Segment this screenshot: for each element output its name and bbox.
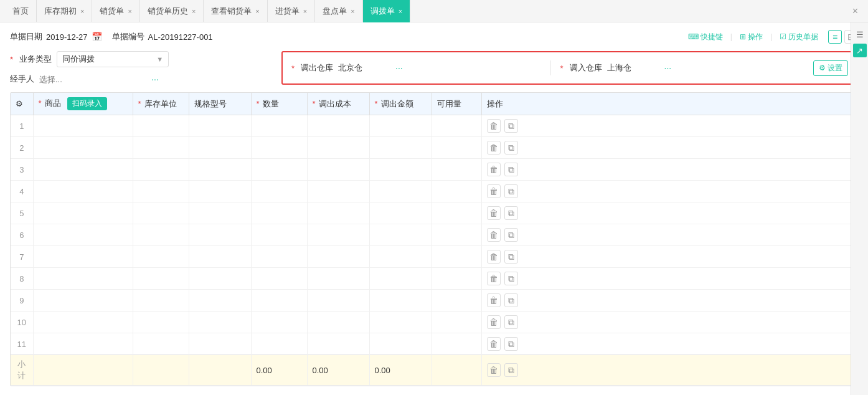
copy-button[interactable]: ⧉ [504,250,518,264]
sidebar-list-icon[interactable]: ☰ [853,27,867,41]
row-amount [369,246,432,268]
row-amount [369,290,432,312]
row-goods[interactable] [33,312,133,333]
warehouse-out-more-button[interactable]: ··· [393,63,405,73]
row-cost [307,137,369,159]
tab-purchase-order-close[interactable]: × [303,7,307,15]
settings-col-icon[interactable]: ⚙ [16,99,23,108]
copy-button[interactable]: ⧉ [504,228,518,242]
copy-button[interactable]: ⧉ [504,119,518,133]
tab-sales-order[interactable]: 销货单 × [92,0,139,22]
history-icon: ☑ [780,32,786,41]
row-number: 11 [11,333,33,355]
operations-button[interactable]: ⊞ 操作 [740,32,763,42]
delete-button[interactable]: 🗑 [487,250,501,264]
row-qty [251,159,307,181]
history-button[interactable]: ☑ 历史单据 [780,32,818,42]
table-row: 10 🗑 ⧉ [11,312,857,333]
delete-button[interactable]: 🗑 [487,141,501,155]
row-number: 5 [11,202,33,224]
doc-number-label: 单据编号 [112,31,144,42]
tab-transfer-close[interactable]: × [399,7,402,15]
warehouse-in-label: 调入仓库 [570,62,602,74]
doc-number-field: 单据编号 AL-20191227-001 [112,31,213,42]
row-amount [369,312,432,333]
tab-sales-history-close[interactable]: × [192,7,196,15]
row-cost [307,268,369,290]
copy-button[interactable]: ⧉ [504,206,518,220]
delete-button[interactable]: 🗑 [487,163,501,176]
tab-home-label: 首页 [12,6,29,17]
delete-button[interactable]: 🗑 [487,315,501,329]
delete-button[interactable]: 🗑 [487,293,501,307]
row-cost [307,159,369,181]
delete-button[interactable]: 🗑 [487,206,501,220]
scan-button[interactable]: 扫码录入 [67,97,107,110]
shortcut-button[interactable]: ⌨ 快捷键 [688,32,723,42]
delete-button[interactable]: 🗑 [487,337,501,351]
row-number: 1 [11,115,33,137]
row-number: 10 [11,312,33,333]
sidebar-expand-icon[interactable]: ↗ [853,44,867,57]
row-amount [369,268,432,290]
calendar-icon[interactable]: 📅 [92,32,102,42]
header-right: ⌨ 快捷键 | ⊞ 操作 | ☑ 历史单据 ≡ ⊞ [688,30,858,44]
copy-button[interactable]: ⧉ [504,184,518,198]
row-unit [133,224,189,246]
subtotal-row: 小计 0.00 0.00 0.00 🗑 ⧉ [11,355,857,386]
copy-button[interactable]: ⧉ [504,272,518,285]
layout-list-button[interactable]: ≡ [828,30,842,44]
row-available [432,159,481,181]
row-unit [133,181,189,202]
tab-transfer[interactable]: 调拨单 × [363,0,410,22]
copy-button[interactable]: ⧉ [504,337,518,351]
tab-home[interactable]: 首页 [5,0,37,22]
row-available [432,246,481,268]
row-spec [189,115,251,137]
row-goods[interactable] [33,137,133,159]
handler-input[interactable] [39,75,144,84]
row-goods[interactable] [33,246,133,268]
row-goods[interactable] [33,202,133,224]
subtotal-unit [133,355,189,386]
row-number: 6 [11,224,33,246]
row-cost [307,290,369,312]
delete-button[interactable]: 🗑 [487,272,501,285]
tab-stocktake[interactable]: 盘点单 × [315,0,362,22]
tab-view-sales[interactable]: 查看销货单 × [204,0,267,22]
subtotal-copy-button[interactable]: ⧉ [504,363,518,377]
tab-purchase-order[interactable]: 进货单 × [268,0,315,22]
window-close-button[interactable]: × [847,6,863,17]
settings-button[interactable]: ⚙ 设置 [813,60,848,76]
delete-button[interactable]: 🗑 [487,119,501,133]
tab-view-sales-close[interactable]: × [255,7,259,15]
warehouse-in-more-button[interactable]: ··· [662,63,674,73]
row-goods[interactable] [33,268,133,290]
copy-button[interactable]: ⧉ [504,163,518,176]
table-row: 9 🗑 ⧉ [11,290,857,312]
row-goods[interactable] [33,290,133,312]
header-row: 单据日期 2019-12-27 📅 单据编号 AL-20191227-001 ⌨… [10,30,858,44]
delete-button[interactable]: 🗑 [487,184,501,198]
handler-more-button[interactable]: ··· [149,74,161,84]
subtotal-spec [189,355,251,386]
copy-button[interactable]: ⧉ [504,293,518,307]
copy-button[interactable]: ⧉ [504,315,518,329]
tab-sales-history[interactable]: 销货单历史 × [140,0,204,22]
row-goods[interactable] [33,181,133,202]
row-goods[interactable] [33,333,133,355]
tab-sales-order-close[interactable]: × [128,7,131,15]
row-available [432,137,481,159]
row-goods[interactable] [33,115,133,137]
tab-stocktake-close[interactable]: × [351,7,354,15]
tab-inventory-init-close[interactable]: × [80,7,84,15]
row-amount [369,333,432,355]
business-type-select[interactable]: 同价调拨 ▼ [57,51,169,67]
delete-button[interactable]: 🗑 [487,228,501,242]
row-ops: 🗑 ⧉ [481,202,857,224]
subtotal-delete-button[interactable]: 🗑 [487,363,501,377]
copy-button[interactable]: ⧉ [504,141,518,155]
tab-inventory-init[interactable]: 库存期初 × [37,0,92,22]
row-goods[interactable] [33,224,133,246]
row-goods[interactable] [33,159,133,181]
